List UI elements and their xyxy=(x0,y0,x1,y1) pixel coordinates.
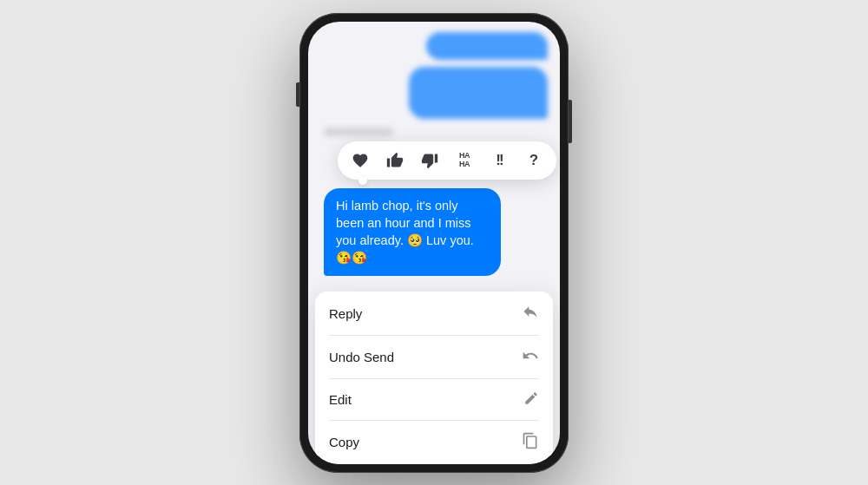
blurred-timestamp xyxy=(324,128,393,136)
question-reaction[interactable]: ? xyxy=(522,148,546,173)
context-menu: Reply Undo Send Edit xyxy=(315,292,553,464)
haha-reaction[interactable]: HAHA xyxy=(452,148,477,173)
edit-label: Edit xyxy=(329,392,352,407)
blurred-message-2 xyxy=(409,67,548,119)
main-message-bubble: Hi lamb chop, it's only been an hour and… xyxy=(324,188,501,276)
phone-frame: HAHA !! ? Hi lamb chop, it's only been a… xyxy=(299,13,569,473)
copy-icon xyxy=(522,432,539,453)
heart-reaction[interactable] xyxy=(348,148,372,173)
dislike-reaction[interactable] xyxy=(418,148,442,173)
question-text: ? xyxy=(529,152,538,169)
reply-icon xyxy=(522,303,539,324)
blurred-message-1 xyxy=(426,32,548,60)
undo-send-icon xyxy=(522,347,539,368)
edit-icon xyxy=(523,390,539,410)
reply-label: Reply xyxy=(329,306,362,321)
copy-menu-item[interactable]: Copy xyxy=(315,421,553,464)
copy-label: Copy xyxy=(329,435,359,449)
emphasize-text: !! xyxy=(496,152,502,169)
like-reaction[interactable] xyxy=(383,148,407,173)
main-message-text: Hi lamb chop, it's only been an hour and… xyxy=(336,199,474,265)
emphasize-reaction[interactable]: !! xyxy=(487,148,511,173)
undo-send-menu-item[interactable]: Undo Send xyxy=(315,336,553,379)
top-messages-blurred xyxy=(320,32,548,136)
haha-text: HAHA xyxy=(459,152,470,169)
reply-menu-item[interactable]: Reply xyxy=(315,292,553,336)
edit-menu-item[interactable]: Edit xyxy=(315,379,553,421)
messages-area: HAHA !! ? Hi lamb chop, it's only been a… xyxy=(308,22,560,286)
phone-screen: HAHA !! ? Hi lamb chop, it's only been a… xyxy=(308,22,560,464)
undo-send-label: Undo Send xyxy=(329,350,394,364)
reaction-bar: HAHA !! ? xyxy=(338,141,556,180)
